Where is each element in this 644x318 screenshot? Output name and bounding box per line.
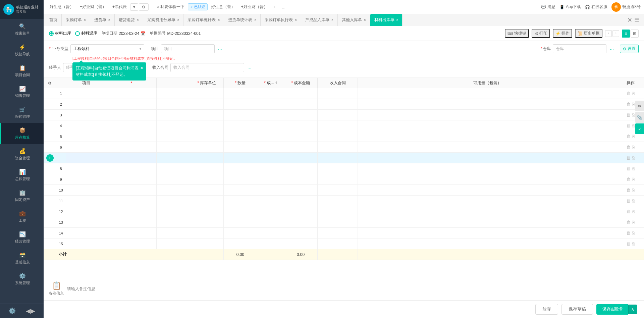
delete-row-5-btn[interactable]: 🗑 [626, 134, 631, 139]
tab-inbound[interactable]: 进货单 × [90, 14, 115, 26]
sidebar-item-accounting[interactable]: 📊 总账管理 [0, 165, 44, 186]
tab-inbound-return[interactable]: 进货退货 × [115, 14, 143, 26]
sidebar-item-sales[interactable]: 📈 销售管理 [0, 82, 44, 102]
td-spec-1[interactable] [157, 88, 190, 99]
copy-row-1-btn[interactable]: ⎘ [632, 91, 635, 96]
settings-btn[interactable]: ⚙ [139, 3, 149, 11]
tab-close-purchase-exec[interactable]: × [295, 18, 297, 22]
history-btn[interactable]: 📜 历史单据 [575, 29, 602, 38]
sidebar-item-system[interactable]: ⚙️ 系统管理 [0, 269, 44, 289]
message-btn[interactable]: 💬 消息 [541, 4, 555, 10]
td-spec-2[interactable] [157, 99, 190, 110]
td-project-1[interactable] [66, 88, 106, 99]
td-qty-2[interactable] [224, 99, 257, 110]
table-settings-icon[interactable]: ⚙ [48, 81, 52, 86]
sidebar-item-assets[interactable]: 🏢 固定资产 [0, 186, 44, 206]
sidebar-item-quick[interactable]: ⚡ 快捷导航 [0, 40, 44, 61]
radio-material-return[interactable]: 材料退库 [75, 31, 97, 36]
delete-row-14-btn[interactable]: 🗑 [626, 230, 631, 235]
tab-close-purchase-expense[interactable]: × [177, 18, 179, 22]
copy-row-6-btn[interactable]: ⎘ [632, 145, 635, 150]
delete-row-15-btn[interactable]: 🗑 [626, 241, 631, 246]
copy-row-13-btn[interactable]: ⎘ [632, 220, 635, 225]
sidebar-item-project[interactable]: 📋 项目合同 [0, 61, 44, 82]
td-material-1[interactable] [106, 88, 157, 99]
income-contract-input[interactable]: 收入合同 [170, 63, 244, 72]
copy-row-8-btn[interactable]: ⎘ [632, 166, 635, 171]
sidebar-settings-btn[interactable]: ⚙️ [8, 307, 16, 315]
sidebar-item-inventory[interactable]: 📦 库存核算 [0, 123, 44, 144]
action-btn[interactable]: ⚡ 操作 [553, 29, 572, 38]
td-cost-amount-1[interactable] [284, 88, 318, 99]
user-avatar[interactable]: 畅 畅捷通8号 [611, 2, 641, 12]
sidebar-item-finance[interactable]: 💰 资金管理 [0, 144, 44, 165]
top-link-haoshengyi[interactable]: 好生意（普） [47, 3, 76, 11]
td-cost-amount-2[interactable] [284, 99, 318, 110]
save-new-btn[interactable]: 保存&新增 [596, 304, 628, 315]
delete-row-6-btn[interactable]: 🗑 [626, 145, 631, 150]
tab-close-finished-goods[interactable]: × [331, 18, 333, 22]
tab-close-inbound-return[interactable]: × [137, 18, 139, 22]
copy-row-5-btn[interactable]: ⎘ [632, 134, 635, 139]
td-income-contract-2[interactable] [318, 99, 358, 110]
tab-home[interactable]: 首页 [45, 14, 62, 26]
delete-row-13-btn[interactable]: 🗑 [626, 220, 631, 225]
project-more-btn[interactable]: ··· [217, 46, 223, 52]
save-new-arrow-btn[interactable]: ∧ [628, 305, 637, 314]
td-cost-1[interactable] [257, 88, 284, 99]
top-link-haoyecai2[interactable]: +好业财（普） [238, 3, 270, 11]
th-settings[interactable]: ⚙ [44, 78, 56, 88]
radio-material-outbound[interactable]: 材料出库 [49, 31, 71, 36]
copy-row-9-btn[interactable]: ⎘ [632, 177, 635, 182]
td-unit-2[interactable] [190, 99, 224, 110]
sidebar-item-search[interactable]: 🔍 搜索菜单 [0, 19, 44, 40]
prev-btn[interactable]: ‹ [605, 30, 612, 37]
sidebar-item-purchase[interactable]: 🛒 采购管理 [0, 102, 44, 123]
copy-row-7-btn[interactable]: ⎘ [632, 155, 635, 160]
copy-row-10-btn[interactable]: ⎘ [632, 188, 635, 193]
td-cost-2[interactable] [257, 99, 284, 110]
sidebar-item-salary[interactable]: 💼 工资 [0, 206, 44, 227]
side-icon-attach[interactable]: 📎 [635, 112, 644, 123]
tab-close-inbound[interactable]: × [108, 18, 110, 22]
tab-purchase-exec[interactable]: 采购订单执行表 × [261, 14, 301, 26]
side-icon-edit[interactable]: ✏ [635, 101, 644, 111]
tab-purchase-expense[interactable]: 采购费用分摊单 × [143, 14, 184, 26]
td-project-2[interactable] [66, 99, 106, 110]
copy-row-14-btn[interactable]: ⎘ [632, 230, 635, 235]
copy-row-11-btn[interactable]: ⎘ [632, 198, 635, 203]
tab-close-purchase-stats[interactable]: × [218, 18, 220, 22]
top-link-haoyecai[interactable]: +好业财（普） [77, 3, 109, 11]
delete-row-2-btn[interactable]: 🗑 [626, 102, 631, 107]
delete-row-7-btn[interactable]: 🗑 [626, 155, 631, 160]
shortcut-btn[interactable]: ⌨ 快捷键 [505, 29, 529, 38]
calendar-icon[interactable]: 📅 [141, 31, 146, 36]
delete-row-11-btn[interactable]: 🗑 [626, 198, 631, 203]
sidebar-item-ops[interactable]: 📉 经营管理 [0, 227, 44, 248]
sidebar-collapse-btn[interactable]: ◀▶ [26, 307, 35, 315]
tab-purchase-stats[interactable]: 采购订单统计表 × [183, 14, 224, 26]
delete-row-12-btn[interactable]: 🗑 [626, 209, 631, 214]
save-draft-btn[interactable]: 保存草稿 [561, 304, 593, 315]
grid-view-btn[interactable]: ⊞ [631, 30, 639, 38]
td-unit-1[interactable] [190, 88, 224, 99]
app-download-btn[interactable]: 📱 App下载 [559, 4, 581, 10]
side-icon-check[interactable]: ✓ [635, 123, 644, 134]
income-contract-more-btn[interactable]: ··· [246, 65, 253, 70]
tab-close-all-btn[interactable]: ✕ [627, 16, 632, 24]
next-btn[interactable]: › [612, 30, 619, 37]
tab-inbound-stats[interactable]: 进货单统计表 × [224, 14, 261, 26]
tab-close-inbound-stats[interactable]: × [254, 18, 256, 22]
top-link-haoshengyi2[interactable]: 好生意（普） [208, 3, 238, 11]
online-service-btn[interactable]: 🎧 在线客服 [585, 4, 607, 10]
top-link-yidaizhang[interactable]: +易代账 [110, 3, 129, 11]
td-material-2[interactable] [106, 99, 157, 110]
copy-row-4-btn[interactable]: ⎘ [632, 123, 635, 128]
top-link-plus[interactable]: + [271, 3, 279, 11]
td-income-contract-1[interactable] [318, 88, 358, 99]
business-type-input[interactable]: 工程领料 ▾ [70, 44, 144, 53]
top-link-more2[interactable]: ... [279, 3, 288, 11]
delete-row-9-btn[interactable]: 🗑 [626, 177, 631, 182]
copy-row-3-btn[interactable]: ⎘ [632, 112, 635, 117]
list-view-btn[interactable]: ≡ [622, 30, 630, 38]
